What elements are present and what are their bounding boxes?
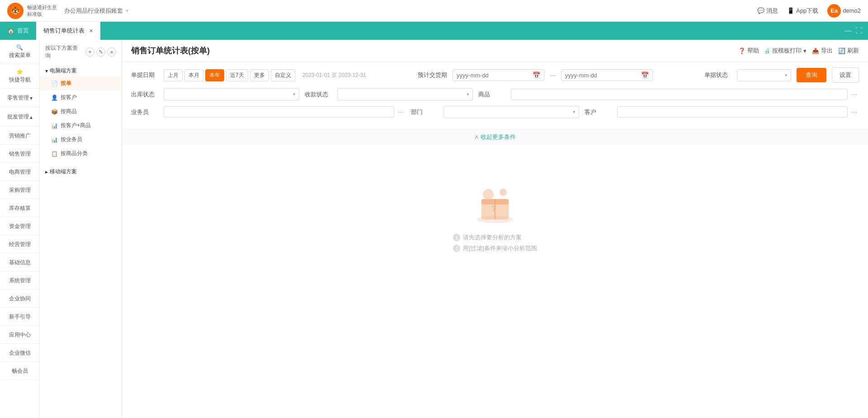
left-panel-header: 按以下方案查询 + ✎ « — [40, 40, 122, 62]
sidebar-item-retail[interactable]: 零售管理 ▾ — [0, 89, 39, 108]
app-download-btn[interactable]: 📱 App下载 — [787, 7, 818, 15]
chevron-down-icon: ▾ — [30, 95, 33, 101]
collapse-icon: ▾ — [45, 68, 48, 74]
payment-status-select[interactable] — [337, 88, 473, 100]
left-panel-action-btns: + ✎ « — [85, 48, 116, 57]
date-btn-7days[interactable]: 近7天 — [226, 69, 248, 81]
sidebar-item-sales[interactable]: 销售管理 — [0, 145, 39, 163]
top-right-actions: 💬 消息 📱 App下载 Ea demo2 — [757, 4, 861, 18]
goods-input[interactable] — [515, 91, 844, 98]
sidebar-item-marketing[interactable]: 营销推广 — [0, 127, 39, 145]
date-btn-custom[interactable]: 自定义 — [271, 69, 295, 81]
date-btn-more[interactable]: 更多 — [250, 69, 269, 81]
desktop-schemes: ▾ 电脑端方案 📄 按单 👤 按客户 📦 按商品 📊 按客户+商品 📊 按 — [40, 62, 122, 163]
empty-state: ? 1 请先选择要分析的方案 2 用[过滤]条件来缩小分析范围 — [122, 145, 868, 291]
sidebar-item-newbie[interactable]: 新手引导 — [0, 308, 39, 326]
salesman-input[interactable] — [168, 109, 390, 115]
svg-point-4 — [483, 189, 494, 200]
filter-row-status: 出库状态 收款状态 商品 ··· — [131, 88, 859, 100]
dept-select[interactable] — [443, 106, 579, 118]
help-btn[interactable]: ❓ 帮助 — [738, 47, 759, 55]
date-range-dash: — — [550, 72, 556, 79]
export-btn[interactable]: 📤 导出 — [812, 47, 833, 55]
filter-row-salesman: 业务员 ··· 部门 客户 — [131, 106, 859, 118]
sidebar-item-apps[interactable]: 应用中心 — [0, 326, 39, 344]
sidebar-item-ecommerce[interactable]: 电商管理 — [0, 163, 39, 181]
tab-home[interactable]: 🏠 首页 — [0, 22, 36, 40]
tab-minimize-icon[interactable]: — — [844, 27, 852, 35]
scheme-item-按单[interactable]: 📄 按单 — [40, 76, 122, 90]
tab-expand-icon[interactable]: ⛶ — [855, 27, 863, 35]
calendar-icon-start[interactable]: 📅 — [533, 71, 540, 79]
ship-status-select[interactable] — [164, 88, 299, 100]
message-btn[interactable]: 💬 消息 — [757, 7, 778, 15]
sidebar-item-wechat[interactable]: 企业微信 — [0, 344, 39, 362]
doc-status-select[interactable] — [737, 69, 791, 81]
add-scheme-btn[interactable]: + — [85, 48, 94, 57]
collapse-panel-btn[interactable]: « — [107, 48, 116, 57]
goods-field[interactable] — [511, 89, 848, 100]
sidebar-item-enterprise[interactable]: 企业协同 — [0, 290, 39, 308]
sidebar-item-inventory[interactable]: 库存核算 — [0, 199, 39, 217]
mobile-scheme-title: ▸ 移动端方案 — [40, 166, 122, 177]
scheme-item-按商品分类[interactable]: 📋 按商品分类 — [40, 147, 122, 161]
delivery-date-start[interactable]: 📅 — [453, 69, 544, 81]
dept-select-wrapper — [443, 106, 579, 118]
page-title: 销售订单统计表(按单) — [131, 45, 210, 56]
goods-more-btn[interactable]: ··· — [849, 90, 859, 99]
scheme-icon-按业务员: 📊 — [51, 136, 58, 143]
sidebar-item-member[interactable]: 畅会员 — [0, 362, 39, 380]
filter-area: 单据日期 上月 本月 本年 近7天 更多 自定义 2023-01-01 至 20… — [122, 62, 868, 129]
salesman-field[interactable] — [164, 106, 394, 118]
delivery-date-end[interactable]: 📅 — [561, 69, 653, 81]
tab-sales-stats[interactable]: 销售订单统计表 ✕ — [36, 22, 100, 40]
refresh-btn[interactable]: 🔄 刷新 — [838, 47, 859, 55]
scheme-item-按商品[interactable]: 📦 按商品 — [40, 104, 122, 119]
collapse-bar[interactable]: ∧ 收起更多条件 — [122, 129, 868, 145]
sidebar-item-shortcut[interactable]: ⭐ 快捷导航 — [0, 64, 39, 89]
print-btn[interactable]: 🖨 按模板打印 ▾ — [764, 47, 807, 55]
collapse-icon: ∧ — [474, 133, 479, 140]
page-header: 销售订单统计表(按单) ❓ 帮助 🖨 按模板打印 ▾ 📤 导出 🔄 刷新 — [122, 40, 868, 62]
desktop-scheme-title: ▾ 电脑端方案 — [40, 65, 122, 76]
goods-label: 商品 — [478, 90, 505, 99]
salesman-label: 业务员 — [131, 108, 158, 116]
customer-field[interactable] — [617, 106, 848, 118]
sidebar-item-purchase[interactable]: 采购管理 — [0, 181, 39, 199]
query-button[interactable]: 查询 — [797, 68, 826, 82]
chevron-up-icon: ▴ — [30, 114, 33, 120]
tab-close-icon[interactable]: ✕ — [89, 28, 93, 34]
scheme-icon-按商品分类: 📋 — [51, 150, 58, 157]
customer-field-wrapper: ··· — [617, 106, 859, 118]
delivery-end-input[interactable] — [565, 72, 641, 79]
reset-button[interactable]: 设置 — [832, 67, 859, 83]
customer-more-btn[interactable]: ··· — [849, 108, 859, 116]
sidebar-item-search[interactable]: 🔍 搜索菜单 — [0, 40, 39, 64]
delivery-start-input[interactable] — [457, 72, 533, 79]
date-btn-this-year[interactable]: 本年 — [205, 69, 224, 81]
salesman-more-btn[interactable]: ··· — [396, 108, 406, 116]
main-layout: 🔍 搜索菜单 ⭐ 快捷导航 零售管理 ▾ 批发管理 ▴ 营销推广 销售管理 电商… — [0, 40, 868, 418]
svg-point-5 — [500, 189, 507, 196]
calendar-icon-end[interactable]: 📅 — [641, 71, 649, 79]
date-btn-last-month[interactable]: 上月 — [164, 69, 183, 81]
empty-illustration: ? — [468, 181, 522, 226]
scheme-item-按客户[interactable]: 👤 按客户 — [40, 90, 122, 104]
tab-bar: 🏠 首页 销售订单统计表 ✕ — ⛶ — [0, 22, 868, 40]
delivery-date-label: 预计交货期 — [418, 71, 447, 79]
sidebar-item-finance[interactable]: 资金管理 — [0, 217, 39, 235]
sidebar-item-basic[interactable]: 基础信息 — [0, 253, 39, 271]
export-icon: 📤 — [812, 48, 819, 54]
edit-scheme-btn[interactable]: ✎ — [96, 48, 105, 57]
sidebar-item-operations[interactable]: 经营管理 — [0, 235, 39, 253]
date-range-display: 2023-01-01 至 2023-12-31 — [302, 71, 366, 79]
user-menu[interactable]: Ea demo2 — [827, 4, 861, 18]
scheme-item-按客户商品[interactable]: 📊 按客户+商品 — [40, 119, 122, 133]
tab-bar-actions: — ⛶ — [844, 27, 868, 35]
customer-input[interactable] — [621, 109, 844, 115]
scheme-item-按业务员[interactable]: 📊 按业务员 — [40, 133, 122, 147]
date-btn-this-month[interactable]: 本月 — [184, 69, 203, 81]
sidebar-item-wholesale[interactable]: 批发管理 ▴ — [0, 108, 39, 127]
doc-status-select-wrapper — [737, 69, 791, 81]
sidebar-item-system[interactable]: 系统管理 — [0, 271, 39, 290]
